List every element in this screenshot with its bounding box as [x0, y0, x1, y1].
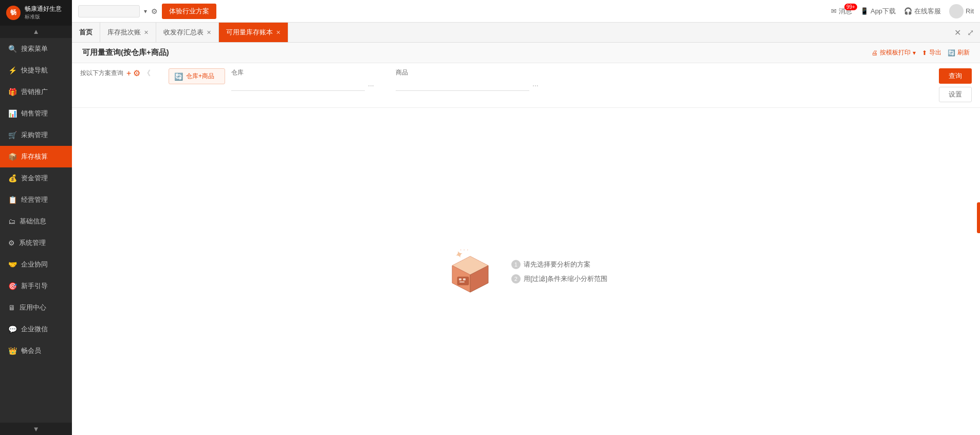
export-icon: ⬆ [922, 49, 927, 56]
sidebar-nav: 🔍 搜索菜单 ⚡ 快捷导航 🎁 营销推广 📊 销售管理 🛒 采购管理 📦 库存核… [0, 38, 72, 423]
money-icon: 💰 [8, 174, 17, 182]
box-svg [445, 251, 496, 297]
tab-expand-button[interactable]: ⤢ [965, 26, 976, 40]
refresh-button[interactable]: 🔄 刷新 [948, 48, 970, 57]
headset-icon: 🎧 [904, 7, 912, 15]
sidebar-scroll-down[interactable]: ▼ [0, 423, 72, 435]
trial-button[interactable]: 体验行业方案 [162, 4, 216, 19]
tab-batch-close[interactable]: ✕ [144, 29, 149, 36]
sidebar-logo: 畅 [6, 6, 21, 20]
tab-summary-close[interactable]: ✕ [207, 29, 211, 36]
user-profile-button[interactable]: Rit [949, 4, 974, 18]
sidebar-item-quick-nav[interactable]: ⚡ 快捷导航 [0, 60, 72, 81]
page-title: 可用量查询(按仓库+商品) [82, 48, 169, 58]
goods-more-icon[interactable]: ··· [532, 81, 539, 89]
svg-rect-8 [463, 278, 466, 280]
page-header: 可用量查询(按仓库+商品) 🖨 按模板打印 ▾ ⬆ 导出 🔄 刷新 [72, 43, 980, 63]
tip-num-1: 1 [511, 260, 521, 269]
tab-available[interactable]: 可用量库存账本 ✕ [219, 23, 288, 42]
gift-icon: 🎁 [8, 88, 17, 96]
sidebar-item-inventory[interactable]: 📦 库存核算 [0, 146, 72, 167]
main-area: ▾ ⚙ 体验行业方案 ✉ 消息 99+ 📱 App下载 🎧 在线客服 Rit [72, 0, 980, 435]
sidebar-item-system[interactable]: ⚙ 系统管理 [0, 232, 72, 254]
tab-available-close[interactable]: ✕ [276, 29, 281, 36]
cart-icon: 🛒 [8, 131, 17, 139]
sidebar-item-label: 经营管理 [21, 195, 48, 204]
sidebar: 畅 畅康通好生意 标准版 ▲ 🔍 搜索菜单 ⚡ 快捷导航 🎁 营销推广 📊 销售… [0, 0, 72, 435]
warehouse-input[interactable] [231, 79, 365, 91]
sidebar-item-cooperation[interactable]: 🤝 企业协同 [0, 254, 72, 275]
warehouse-input-row: ··· [231, 79, 385, 91]
tabbar: 首页 库存批次账 ✕ 收发存汇总表 ✕ 可用量库存账本 ✕ ✕ ⤢ [72, 23, 980, 43]
message-badge: 99+ [844, 4, 857, 10]
sidebar-item-operation[interactable]: 📋 经营管理 [0, 189, 72, 211]
sidebar-item-appstore[interactable]: 🖥 应用中心 [0, 297, 72, 318]
topbar-right: ✉ 消息 99+ 📱 App下载 🎧 在线客服 Rit [831, 4, 974, 18]
scheme-list: 🔄 仓库+商品 [169, 68, 225, 84]
phone-icon: 📱 [860, 7, 868, 15]
app-subtitle: 标准版 [25, 13, 62, 21]
empty-tip-1: 1 请先选择要分析的方案 [511, 260, 607, 269]
monitor-icon: 🖥 [8, 304, 15, 312]
svg-rect-7 [459, 278, 461, 280]
topbar-search-input[interactable] [78, 5, 140, 17]
topbar-gear-icon[interactable]: ⚙ [151, 7, 158, 15]
filter-add-icon[interactable]: + [126, 69, 131, 78]
sidebar-item-marketing[interactable]: 🎁 营销推广 [0, 81, 72, 103]
query-button[interactable]: 查询 [939, 68, 972, 84]
tab-home[interactable]: 首页 [72, 23, 100, 42]
topbar-dropdown-icon[interactable]: ▾ [144, 8, 147, 15]
app-download-button[interactable]: 📱 App下载 [860, 7, 896, 16]
warehouse-label: 仓库 [231, 68, 385, 77]
box-illustration: ✦ · · · [445, 246, 496, 297]
filter-actions: 查询 设置 [939, 68, 972, 102]
settings-button[interactable]: 设置 [939, 87, 972, 102]
export-button[interactable]: ⬆ 导出 [922, 48, 941, 57]
sidebar-scroll-up[interactable]: ▲ [0, 26, 72, 38]
sidebar-item-label: 库存核算 [21, 152, 48, 161]
sidebar-item-member[interactable]: 👑 畅会员 [0, 340, 72, 362]
tab-close-button[interactable]: ✕ [952, 26, 963, 40]
gear-icon: ⚙ [8, 239, 15, 247]
right-edge-hint [977, 202, 980, 233]
print-label: 按模板打印 [880, 48, 911, 57]
sidebar-item-wechat[interactable]: 💬 企业微信 [0, 318, 72, 340]
filter-inputs: 仓库 ··· 商品 ··· [231, 68, 933, 91]
user-name: Rit [966, 7, 974, 15]
goods-label: 商品 [396, 68, 550, 77]
topbar: ▾ ⚙ 体验行业方案 ✉ 消息 99+ 📱 App下载 🎧 在线客服 Rit [72, 0, 980, 23]
print-dropdown-icon[interactable]: ▾ [913, 49, 916, 56]
tab-home-label: 首页 [79, 28, 93, 37]
sidebar-item-label: 基础信息 [20, 217, 46, 226]
handshake-icon: 🤝 [8, 260, 17, 269]
print-button[interactable]: 🖨 按模板打印 ▾ [872, 48, 916, 57]
tab-summary[interactable]: 收发存汇总表 ✕ [156, 23, 219, 42]
sidebar-item-label: 资金管理 [21, 174, 48, 183]
empty-tips: 1 请先选择要分析的方案 2 用[过滤]条件来缩小分析范围 [511, 260, 607, 283]
lightning-icon: ⚡ [8, 66, 17, 74]
filter-icons: + ⚙ [126, 68, 140, 78]
tab-batch[interactable]: 库存批次账 ✕ [100, 23, 156, 42]
warehouse-more-icon[interactable]: ··· [368, 81, 374, 89]
page-actions: 🖨 按模板打印 ▾ ⬆ 导出 🔄 刷新 [872, 48, 970, 57]
customer-service-button[interactable]: 🎧 在线客服 [904, 7, 941, 16]
crown-icon: 👑 [8, 347, 17, 355]
goods-input[interactable] [396, 79, 529, 91]
sidebar-item-basic[interactable]: 🗂 基础信息 [0, 211, 72, 232]
sidebar-item-sales[interactable]: 📊 销售管理 [0, 103, 72, 124]
chat-icon: 💬 [8, 325, 17, 333]
tip-text-2: 用[过滤]条件来缩小分析范围 [524, 274, 607, 283]
filter-collapse-icon[interactable]: 《 [143, 69, 151, 78]
search-icon: 🔍 [8, 45, 17, 53]
filter-settings-icon[interactable]: ⚙ [133, 68, 140, 78]
message-button[interactable]: ✉ 消息 99+ [831, 7, 852, 16]
sidebar-item-label: 企业协同 [21, 260, 48, 269]
export-label: 导出 [929, 48, 941, 57]
scheme-warehouse-goods[interactable]: 🔄 仓库+商品 [169, 68, 225, 84]
sidebar-item-newbie[interactable]: 🎯 新手引导 [0, 275, 72, 297]
sidebar-item-purchase[interactable]: 🛒 采购管理 [0, 124, 72, 146]
sidebar-item-finance[interactable]: 💰 资金管理 [0, 167, 72, 189]
svg-rect-6 [457, 277, 469, 285]
sidebar-item-search[interactable]: 🔍 搜索菜单 [0, 38, 72, 60]
svg-rect-9 [459, 281, 465, 282]
